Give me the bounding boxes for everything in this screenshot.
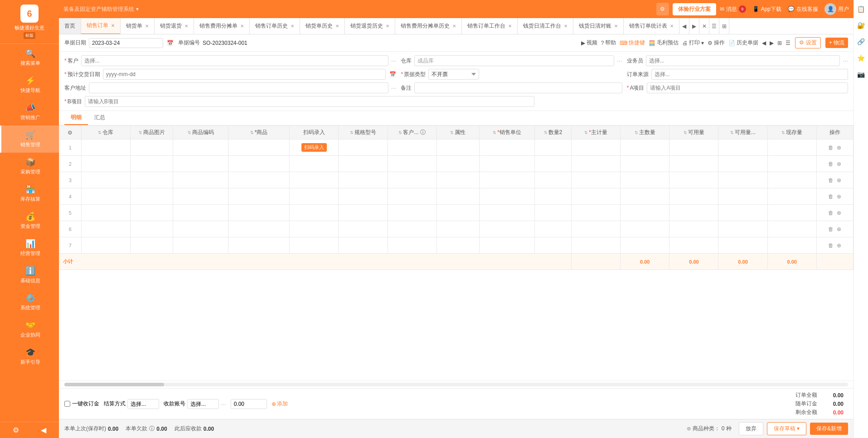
sidebar-item-basic[interactable]: ℹ️ 基础信息 bbox=[0, 261, 59, 289]
tab-sales-fee-history-close[interactable]: ✕ bbox=[452, 24, 456, 29]
delete-row-5-btn[interactable]: 🗑 bbox=[828, 210, 834, 216]
row-code-2[interactable] bbox=[173, 156, 228, 172]
warehouse-more-icon[interactable]: ··· bbox=[617, 57, 622, 64]
row-code-1[interactable] bbox=[173, 140, 228, 156]
tab-sales-stats[interactable]: 销售订单统计表 ✕ bbox=[624, 18, 679, 34]
row-avail2-1[interactable] bbox=[718, 140, 767, 156]
sidebar-item-purchase[interactable]: 📦 采购管理 bbox=[0, 153, 59, 180]
delivery-input[interactable] bbox=[103, 69, 386, 80]
online-service-btn[interactable]: 💬 在线客服 bbox=[788, 5, 818, 13]
copy-row-5-btn[interactable]: ⊕ bbox=[837, 210, 841, 216]
row-avail-2[interactable] bbox=[669, 156, 718, 172]
tab-detail[interactable]: 明细 bbox=[64, 111, 88, 125]
prev-record-btn[interactable]: ◀ bbox=[762, 40, 766, 46]
tab-sales-order[interactable]: 销售订单 ✕ bbox=[81, 18, 121, 34]
sort-avail-icon[interactable]: ⇅ bbox=[684, 130, 687, 135]
tab-sales-stats-close[interactable]: ✕ bbox=[670, 24, 674, 29]
tab-nav-next[interactable]: ▶ bbox=[689, 18, 699, 34]
tab-sales-return[interactable]: 销货退货 ✕ bbox=[155, 18, 194, 34]
row-spec-2[interactable] bbox=[339, 156, 388, 172]
tab-daily-workbench-close[interactable]: ✕ bbox=[564, 24, 567, 29]
row-stock-2[interactable] bbox=[767, 156, 816, 172]
tab-home[interactable]: 首页 bbox=[59, 18, 81, 34]
row-unit-1[interactable] bbox=[480, 140, 535, 156]
row-main-unit-1[interactable] bbox=[572, 140, 621, 156]
tab-sales-fee[interactable]: 销售费用分摊单 ✕ bbox=[194, 18, 250, 34]
tab-daily-workbench[interactable]: 钱货日清工作台 ✕ bbox=[518, 18, 573, 34]
copy-row-7-btn[interactable]: ⊕ bbox=[837, 242, 841, 249]
delete-row-1-btn[interactable]: 🗑 bbox=[828, 144, 834, 151]
tab-sales-return-close[interactable]: ✕ bbox=[184, 24, 188, 29]
payment-method-select[interactable]: 选择... bbox=[127, 399, 159, 409]
user-avatar-btn[interactable]: 👤 用户 bbox=[824, 3, 849, 15]
settings-icon[interactable]: ⚙ bbox=[68, 130, 73, 136]
tab-summary[interactable]: 汇总 bbox=[88, 111, 112, 125]
row-qty2-2[interactable] bbox=[534, 156, 571, 172]
message-btn[interactable]: ✉ 消息 9 bbox=[720, 5, 746, 13]
save-draft-button[interactable]: 保存草稿 ▾ bbox=[767, 422, 806, 435]
history-btn[interactable]: 📄 历史单据 bbox=[728, 39, 758, 47]
app-download-btn[interactable]: 📱 App下载 bbox=[752, 5, 781, 13]
row-main-unit-2[interactable] bbox=[572, 156, 621, 172]
tab-daily-reconcile-close[interactable]: ✕ bbox=[614, 24, 618, 29]
scan-btn-1[interactable]: 扫码录入 bbox=[301, 143, 327, 152]
help-btn[interactable]: ? 帮助 bbox=[601, 39, 616, 47]
row-spec-1[interactable] bbox=[339, 140, 388, 156]
sort-main-qty-icon[interactable]: ⇅ bbox=[635, 130, 638, 135]
row-goods-2[interactable] bbox=[228, 156, 290, 172]
a-project-input[interactable] bbox=[647, 82, 848, 93]
horizontal-scrolltrack[interactable] bbox=[64, 383, 848, 386]
add-col-button[interactable]: + 物流 bbox=[825, 38, 848, 48]
calendar-icon[interactable]: 📅 bbox=[167, 40, 174, 46]
right-panel-btn-1[interactable]: 📋 bbox=[856, 4, 867, 14]
tab-sales-order-history[interactable]: 销售订单历史 ✕ bbox=[250, 18, 300, 34]
row-warehouse-2[interactable] bbox=[81, 156, 130, 172]
tab-sales-return-history-close[interactable]: ✕ bbox=[386, 24, 389, 29]
horizontal-scrollthumb[interactable] bbox=[64, 383, 164, 386]
row-qty2-1[interactable] bbox=[534, 140, 571, 156]
sort-stock-icon[interactable]: ⇅ bbox=[781, 130, 785, 135]
sidebar-collapse-btn[interactable]: ◀ bbox=[41, 426, 46, 434]
tab-sales-bill-close[interactable]: ✕ bbox=[145, 24, 149, 29]
th-settings[interactable]: ⚙ bbox=[59, 126, 82, 140]
delete-row-3-btn[interactable]: 🗑 bbox=[828, 177, 834, 183]
list-view-btn[interactable]: ☰ bbox=[786, 40, 790, 46]
copy-row-6-btn[interactable]: ⊕ bbox=[837, 226, 841, 232]
address-input[interactable] bbox=[89, 82, 388, 93]
invoice-select[interactable]: 不开票 增值税专用发票 增值税普通发票 bbox=[428, 69, 479, 80]
tab-daily-reconcile[interactable]: 钱货日清对账 ✕ bbox=[573, 18, 624, 34]
tab-sales-order-close[interactable]: ✕ bbox=[111, 23, 115, 28]
salesperson-more-icon[interactable]: ··· bbox=[843, 57, 848, 64]
row-attr-1[interactable] bbox=[436, 140, 480, 156]
right-panel-btn-3[interactable]: 🔗 bbox=[856, 36, 867, 47]
system-dropdown-icon[interactable]: ▾ bbox=[136, 6, 139, 12]
right-panel-btn-2[interactable]: 🔐 bbox=[856, 20, 867, 31]
topbar-settings-btn[interactable]: ⚙ bbox=[656, 3, 669, 15]
address-more-icon[interactable]: ··· bbox=[391, 84, 397, 91]
delete-row-7-btn[interactable]: 🗑 bbox=[828, 242, 834, 249]
sidebar-item-guide[interactable]: 🎓 新手引导 bbox=[0, 343, 59, 370]
sidebar-item-system[interactable]: ⚙️ 系统管理 bbox=[0, 289, 59, 316]
sort-code-icon[interactable]: ⇅ bbox=[188, 130, 191, 135]
amount-input[interactable] bbox=[231, 399, 267, 409]
tab-sales-bill[interactable]: 销货单 ✕ bbox=[121, 18, 155, 34]
row-avail-1[interactable] bbox=[669, 140, 718, 156]
order-source-input[interactable] bbox=[651, 69, 848, 80]
tab-sales-fee-history[interactable]: 销售费用分摊单历史 ✕ bbox=[395, 18, 462, 34]
copy-row-2-btn[interactable]: ⊕ bbox=[837, 161, 841, 167]
right-panel-btn-5[interactable]: 📷 bbox=[856, 69, 867, 80]
print-btn[interactable]: 🖨 打印 ▾ bbox=[682, 39, 704, 47]
salesperson-input[interactable] bbox=[646, 55, 840, 66]
sort-attr-icon[interactable]: ⇅ bbox=[450, 130, 454, 135]
sidebar-settings-btn[interactable]: ⚙ bbox=[13, 426, 19, 434]
discard-button[interactable]: 放弃 bbox=[739, 422, 763, 435]
delete-row-4-btn[interactable]: 🗑 bbox=[828, 193, 834, 200]
delete-row-6-btn[interactable]: 🗑 bbox=[828, 226, 834, 232]
tab-nav-list[interactable]: ☰ bbox=[709, 18, 719, 34]
settings-button[interactable]: ⚙ 设置 bbox=[795, 37, 820, 48]
customer-input[interactable] bbox=[81, 55, 388, 66]
warehouse-input[interactable] bbox=[414, 55, 614, 66]
row-avail2-2[interactable] bbox=[718, 156, 767, 172]
row-main-qty-1[interactable] bbox=[621, 140, 669, 156]
right-panel-btn-4[interactable]: ⭐ bbox=[856, 53, 867, 63]
